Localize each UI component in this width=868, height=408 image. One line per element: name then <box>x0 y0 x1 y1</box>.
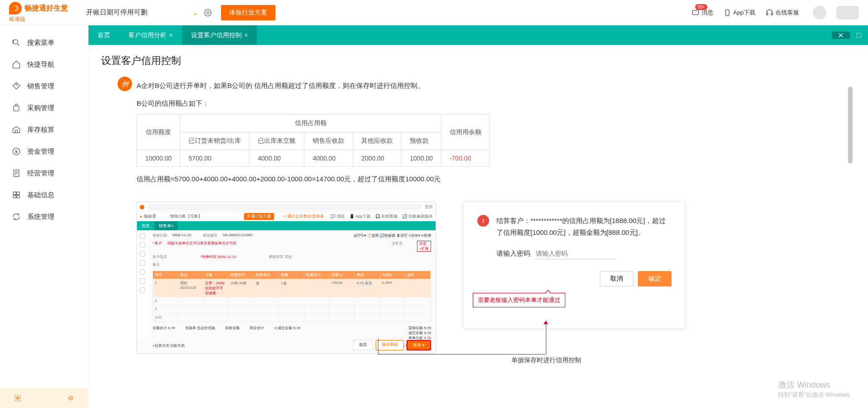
sidebar-footer <box>0 388 88 408</box>
sync-icon <box>12 212 21 221</box>
password-label: 请输入密码 <box>496 249 530 258</box>
form-screenshot: 更新 ●畅捷通增项出帐【无帐】开通订业方案⊙ 通行定开数控登录者💬 消息📱 Ap… <box>137 202 436 354</box>
close-icon[interactable]: × <box>169 32 173 39</box>
main-area: 首页 客户信用分析× 设置客户信用控制× 设置客户信用控制 例 A企对B公司进行… <box>88 25 868 408</box>
tab-credit-control[interactable]: 设置客户信用控制× <box>182 25 257 45</box>
svg-rect-11 <box>15 130 18 133</box>
warning-icon: ! <box>477 215 489 227</box>
svg-rect-17 <box>13 192 16 194</box>
connector-line <box>546 323 546 354</box>
dialog-ok-button[interactable]: 确定 <box>638 271 672 287</box>
tabbar: 首页 客户信用分析× 设置客户信用控制× <box>88 25 868 45</box>
tab-home[interactable]: 首页 <box>88 25 119 45</box>
dialog-callout: 需要老板输入密码本单才能通过 <box>473 293 565 307</box>
sidebar-item-label: 系统管理 <box>27 213 54 221</box>
account-selector[interactable]: 开账日期可停用可删 ⌄ <box>86 8 198 17</box>
sidebar-item-inventory[interactable]: 库存核算 <box>0 119 88 141</box>
sidebar-item-label: 销售管理 <box>27 82 54 91</box>
table-row: 10000.00 5700.00 4000.00 4000.00 2000.00… <box>137 150 490 167</box>
th-sub-e: 预收款 <box>402 132 441 150</box>
doc-icon <box>12 169 21 178</box>
password-input[interactable] <box>535 248 617 259</box>
user-dropdown[interactable] <box>836 6 859 19</box>
sidebar-item-purchase[interactable]: 采购管理 <box>0 97 88 119</box>
close-tab-button[interactable] <box>832 32 850 39</box>
example-text: A企对B公司进行开单时，如果B公司的 信用占用额超过了信用额度，则在保存时进行信… <box>137 80 424 91</box>
messages-link[interactable]: 99+ 消息 <box>691 9 713 17</box>
tab-label: 设置客户信用控制 <box>191 31 242 39</box>
credit-intro: B公司的信用额占如下： <box>101 96 855 114</box>
sidebar-item-label: 采购管理 <box>27 104 54 112</box>
dialog-message: 结算客户：************的信用占用额为[1888.00元]，超过了信用… <box>496 215 672 238</box>
cell-balance: -700.00 <box>441 150 490 167</box>
dialog-cancel-button[interactable]: 取消 <box>600 271 633 287</box>
brand-name: 畅捷通好生意 <box>25 4 68 13</box>
sidebar-item-operation[interactable]: 经营管理 <box>0 162 88 184</box>
home-icon <box>12 60 21 69</box>
sidebar-item-basic-info[interactable]: 基础信息 <box>0 184 88 206</box>
svg-rect-25 <box>857 33 861 37</box>
header-right: 99+ 消息 App下载 在线客服 <box>691 6 859 19</box>
experience-button[interactable]: 体验行业方案 <box>221 5 275 20</box>
online-support-link[interactable]: 在线客服 <box>765 9 799 17</box>
account-selector-label: 开账日期可停用可删 <box>86 8 147 17</box>
sidebar-item-label: 基础信息 <box>27 191 54 199</box>
fullscreen-button[interactable] <box>850 32 868 39</box>
sidebar-item-label: 搜索菜单 <box>27 39 54 47</box>
th-sub-b: 已出库未立账 <box>250 132 304 150</box>
scroll-thumb[interactable] <box>848 87 853 164</box>
tag-icon <box>12 82 21 91</box>
tab-credit-analysis[interactable]: 客户信用分析× <box>119 25 182 45</box>
app-header: 畅捷通好生意 标准版 开账日期可停用可删 ⌄ 体验行业方案 99+ 消息 App… <box>0 0 868 25</box>
tab-label: 客户信用分析 <box>128 31 167 39</box>
sidebar-item-search[interactable]: 搜索菜单 <box>0 32 88 53</box>
mobile-icon <box>723 9 731 17</box>
search-icon <box>12 38 21 47</box>
arrow-caption: 单据保存时进行信用控制 <box>237 354 855 364</box>
cell-c: 4000.00 <box>304 150 353 167</box>
sidebar-item-quick-nav[interactable]: 快捷导航 <box>0 53 88 75</box>
sidebar-item-sales[interactable]: 销售管理 <box>0 75 88 97</box>
th-credit-limit: 信用额度 <box>137 115 180 150</box>
cell-d: 2000.00 <box>353 150 402 167</box>
grid-icon <box>12 190 21 199</box>
sidebar-item-finance[interactable]: 资金管理 <box>0 141 88 162</box>
page-title: 设置客户信用控制 <box>88 45 868 74</box>
bag-icon <box>12 103 21 112</box>
user-avatar[interactable] <box>813 6 826 19</box>
app-download-link[interactable]: App下载 <box>723 9 755 17</box>
cell-limit: 10000.00 <box>137 150 180 167</box>
money-icon <box>12 147 21 156</box>
arrow-head-icon <box>544 321 548 324</box>
x-icon <box>837 32 844 39</box>
credit-table: 信用额度 信用占用额 信用用余额 已订货未销货/出库 已出库未立账 销售应收款 … <box>137 114 490 167</box>
th-sub-a: 已订货未销货/出库 <box>180 132 250 150</box>
svg-point-0 <box>207 11 209 14</box>
online-support-label: 在线客服 <box>775 9 799 17</box>
svg-point-21 <box>17 397 19 399</box>
tab-label: 首页 <box>98 31 110 39</box>
th-sub-d: 其他应收款 <box>353 132 402 150</box>
settings-icon[interactable] <box>14 394 22 402</box>
svg-rect-10 <box>14 106 19 111</box>
svg-rect-1 <box>692 10 699 15</box>
th-credit-used: 信用占用额 <box>180 115 441 132</box>
example-badge: 例 <box>118 77 132 91</box>
svg-rect-20 <box>17 195 20 198</box>
sidebar-item-label: 经营管理 <box>27 169 54 178</box>
svg-point-9 <box>16 84 17 85</box>
collapse-icon[interactable] <box>66 394 74 402</box>
messages-badge: 99+ <box>695 4 707 10</box>
sidebar-item-label: 快捷导航 <box>27 60 54 69</box>
brand-block: 畅捷通好生意 标准版 <box>9 2 68 23</box>
gear-icon[interactable] <box>204 9 212 17</box>
calc-line: 信用占用额=5700.00+4000.00+4000.00+2000.00-10… <box>101 173 855 193</box>
brand-edition: 标准版 <box>9 15 25 23</box>
cell-e: 1000.00 <box>402 150 441 167</box>
close-icon[interactable]: × <box>245 32 248 39</box>
headset-icon <box>765 9 774 17</box>
sidebar-item-system[interactable]: 系统管理 <box>0 206 88 228</box>
svg-point-6 <box>13 39 18 44</box>
cell-a: 5700.00 <box>180 150 250 167</box>
chevron-down-icon: ⌄ <box>193 9 198 16</box>
